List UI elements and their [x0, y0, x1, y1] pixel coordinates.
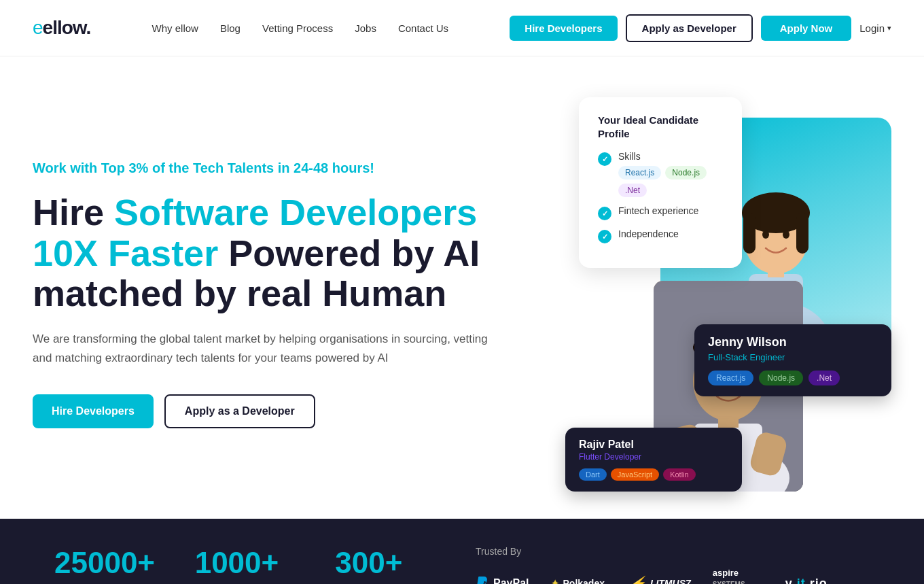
- rajiv-tag-dart: Dart: [579, 468, 607, 481]
- chevron-down-icon: ▾: [887, 24, 891, 33]
- hero-title-cyan2: 10X Faster: [33, 233, 218, 273]
- rajiv-patel-card: Rajiv Patel Flutter Developer Dart JavaS…: [565, 428, 742, 492]
- fintech-label: Fintech experience: [618, 205, 698, 216]
- hero-title: Hire Software Developers 10X Faster Powe…: [33, 192, 522, 313]
- hero-left: Work with Top 3% of the Tech Talents in …: [33, 160, 549, 428]
- nav-link-jobs[interactable]: Jobs: [355, 22, 376, 34]
- jenny-tag-node: Node.js: [759, 371, 803, 385]
- skills-row: Skills React.js Node.js .Net: [598, 151, 723, 197]
- jenny-tags: React.js Node.js .Net: [708, 371, 878, 385]
- jenny-name: Jenny Wilson: [708, 335, 878, 349]
- nav-link-contact[interactable]: Contact Us: [398, 22, 448, 34]
- candidate-profile-card: Your Ideal Candidate Profile Skills Reac…: [579, 97, 742, 268]
- trusted-title: Trusted By: [476, 546, 521, 557]
- check-icon-independence: [598, 230, 611, 243]
- login-button[interactable]: Login ▾: [859, 22, 891, 34]
- polkadex-icon: ✦: [551, 578, 559, 584]
- nav-link-blog[interactable]: Blog: [220, 22, 241, 34]
- hero-description: We are transforming the global talent ma…: [33, 330, 495, 366]
- jenny-tag-react: React.js: [708, 371, 753, 385]
- independence-row: Independence: [598, 228, 723, 243]
- vitrio-logo: vitrio: [785, 577, 828, 584]
- hire-developers-nav-button[interactable]: Hire Developers: [510, 16, 617, 41]
- check-icon-fintech: [598, 207, 611, 220]
- skill-tags: React.js Node.js .Net: [618, 166, 723, 197]
- apply-as-developer-hero-button[interactable]: Apply as a Developer: [164, 394, 315, 428]
- nav-link-vetting[interactable]: Vetting Process: [262, 22, 333, 34]
- check-icon-skills: [598, 152, 611, 166]
- stat-customers: 300+ Happy customers: [335, 546, 476, 584]
- rajiv-tag-kotlin: Kotlin: [663, 468, 696, 481]
- hero-buttons: Hire Developers Apply as a Developer: [33, 394, 522, 428]
- nav-links: Why ellow Blog Vetting Process Jobs Cont…: [152, 22, 449, 34]
- nav-link-why-ellow[interactable]: Why ellow: [152, 22, 198, 34]
- tag-nodejs: Node.js: [665, 166, 707, 179]
- stat-number-candidates: 25000+: [54, 546, 195, 580]
- aspire-systems-logo: aspireSYSTEMSattention. always.: [713, 568, 764, 584]
- paypal-logo: PayPal: [476, 577, 529, 584]
- svg-rect-5: [743, 213, 756, 254]
- hire-developers-hero-button[interactable]: Hire Developers: [33, 394, 154, 428]
- rajiv-name: Rajiv Patel: [579, 439, 728, 451]
- jenny-tag-net: .Net: [808, 371, 840, 385]
- independence-label: Independence: [618, 228, 679, 239]
- fintech-row: Fintech experience: [598, 205, 723, 220]
- hero-tagline: Work with Top 3% of the Tech Talents in …: [33, 160, 522, 176]
- rajiv-role: Flutter Developer: [579, 452, 728, 462]
- stat-number-customers: 300+: [335, 546, 476, 580]
- tag-net: .Net: [618, 184, 647, 197]
- stats-bar: 25000+ ellow certified candidates 1000+ …: [0, 519, 924, 584]
- hero-title-part3: matched by real Human: [33, 273, 446, 313]
- candidate-card-title: Your Ideal Candidate Profile: [598, 114, 723, 140]
- svg-point-7: [762, 230, 769, 239]
- stat-candidates: 25000+ ellow certified candidates: [54, 546, 195, 584]
- litmus-icon: ⚡: [629, 575, 646, 584]
- jenny-wilson-card: Jenny Wilson Full-Stack Engineer React.j…: [694, 324, 891, 396]
- nav-actions: Hire Developers Apply as Developer Apply…: [510, 14, 891, 42]
- polkadex-logo: ✦ Polkadex.: [551, 578, 607, 584]
- stat-number-contracts: 1000+: [195, 546, 336, 580]
- jenny-role: Full-Stack Engineer: [708, 352, 878, 362]
- litmus7-logo: ⚡ LITMUS7: [629, 575, 691, 584]
- svg-point-8: [783, 230, 789, 239]
- skills-label: Skills: [618, 151, 723, 162]
- hero-right: Your Ideal Candidate Profile Skills Reac…: [565, 97, 891, 492]
- navbar: eellow. Why ellow Blog Vetting Process J…: [0, 0, 924, 56]
- hero-section: Work with Top 3% of the Tech Talents in …: [0, 56, 924, 519]
- stat-contracts: 1000+ Contracts: [195, 546, 336, 584]
- logo[interactable]: eellow.: [33, 17, 90, 39]
- svg-rect-6: [796, 213, 808, 254]
- tag-react: React.js: [618, 166, 661, 179]
- rajiv-tags: Dart JavaScript Kotlin: [579, 468, 728, 481]
- apply-as-developer-nav-button[interactable]: Apply as Developer: [626, 14, 753, 42]
- apply-now-nav-button[interactable]: Apply Now: [761, 16, 852, 41]
- rajiv-tag-js: JavaScript: [611, 468, 659, 481]
- hero-title-cyan1: Software Developers: [114, 192, 477, 233]
- trusted-section: Trusted By PayPal ✦ Polkadex. ⚡ LITMUS7 …: [476, 546, 870, 584]
- trusted-logos: PayPal ✦ Polkadex. ⚡ LITMUS7 aspireSYSTE…: [476, 568, 828, 584]
